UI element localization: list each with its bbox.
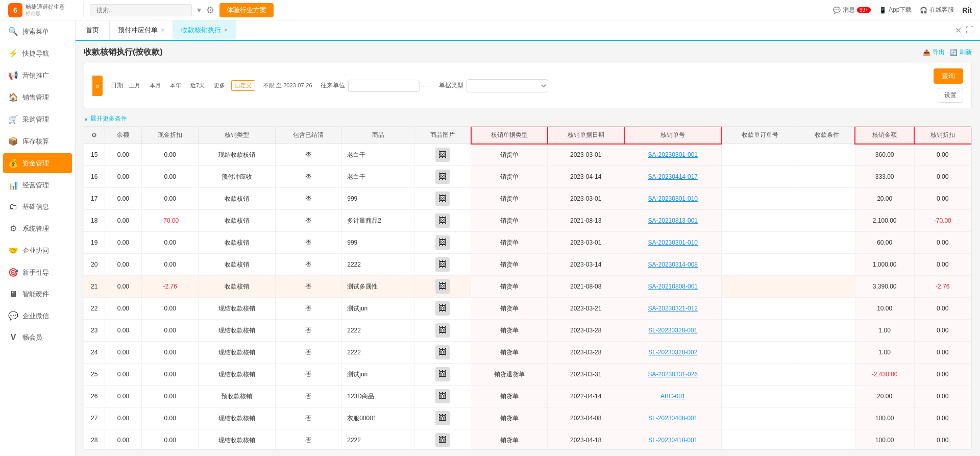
tab-close-writeoff[interactable]: × xyxy=(224,27,228,34)
cell-product-image: 🖼 xyxy=(414,166,471,188)
sidebar-item-basic-info[interactable]: 🗂 基础信息 xyxy=(0,196,75,218)
cell-writeoff-bill-no[interactable]: SA-20230314-008 xyxy=(624,254,722,276)
sidebar-item-marketing[interactable]: 📢 营销推广 xyxy=(0,64,75,86)
cell-writeoff-bill-no[interactable]: SL-20230408-001 xyxy=(624,407,722,429)
cell-writeoff-bill-no[interactable]: ABC-001 xyxy=(624,386,722,407)
bill-no-link[interactable]: SA-20230301-010 xyxy=(648,195,698,202)
cell-writeoff-bill-no[interactable]: SA-20230301-010 xyxy=(624,232,722,254)
cell-writeoff-bill-no[interactable]: SL-20230328-002 xyxy=(624,342,722,364)
bill-no-link[interactable]: ABC-001 xyxy=(660,393,685,400)
cell-writeoff-bill-type: 销货单 xyxy=(471,342,548,364)
settings-icon[interactable]: ⚙ xyxy=(206,5,214,16)
cell-writeoff-bill-no[interactable]: SA-20230331-026 xyxy=(624,364,722,386)
bill-no-link[interactable]: SL-20230418-001 xyxy=(648,437,697,444)
col-header-product-image: 商品图片 xyxy=(414,127,471,144)
col-header-cash-discount: 现金折扣 xyxy=(142,127,199,144)
settings-btn[interactable]: 设置 xyxy=(938,88,963,103)
message-item[interactable]: 💬 消息 99+ xyxy=(833,6,871,14)
sidebar-item-collab[interactable]: 🤝 企业协同 xyxy=(0,239,75,261)
cell-writeoff-bill-no[interactable]: SA-20230321-012 xyxy=(624,298,722,320)
cell-writeoff-bill-type: 销货单 xyxy=(471,407,548,429)
cell-writeoff-bill-no[interactable]: SA-20230414-017 xyxy=(624,166,722,188)
bill-no-link[interactable]: SA-20230301-001 xyxy=(648,151,698,158)
cell-writeoff-bill-date: 2023-03-28 xyxy=(548,342,624,364)
col-header-receipt-condition: 收款条件 xyxy=(798,127,855,144)
bill-no-link[interactable]: SA-20210808-001 xyxy=(648,283,698,290)
query-btn[interactable]: 查询 xyxy=(934,68,963,84)
cell-receipt-order-no xyxy=(722,320,798,342)
info-icon: 🗂 xyxy=(8,202,18,211)
bill-no-link[interactable]: SA-20230301-010 xyxy=(648,239,698,246)
member-icon: V xyxy=(8,333,18,342)
cell-writeoff-bill-no[interactable]: SL-20230328-001 xyxy=(624,320,722,342)
product-image-icon: 🖼 xyxy=(435,213,450,228)
bill-no-link[interactable]: SA-20230314-008 xyxy=(648,261,698,268)
sidebar-item-guide[interactable]: 🎯 新手引导 xyxy=(0,261,75,283)
online-service-item[interactable]: 🎧 在线客服 xyxy=(920,6,954,14)
sidebar-item-member[interactable]: V 畅会员 xyxy=(0,327,75,348)
bill-no-link[interactable]: SA-20230331-026 xyxy=(648,371,698,378)
bill-no-link[interactable]: SA-20230414-017 xyxy=(648,173,698,180)
chevron-down-icon: ∨ xyxy=(84,115,88,123)
cell-receipt-order-no xyxy=(722,144,798,166)
cell-writeoff-bill-no[interactable]: SL-20230418-001 xyxy=(624,429,722,450)
bill-no-link[interactable]: SL-20230328-001 xyxy=(648,327,697,334)
cell-receipt-condition xyxy=(798,210,855,232)
product-image-icon: 🖼 xyxy=(435,367,450,381)
sidebar-item-wechat[interactable]: 💬 企业微信 xyxy=(0,305,75,327)
bill-no-link[interactable]: SA-20230321-012 xyxy=(648,305,698,312)
table-wrapper[interactable]: ⚙ 余额 现金折扣 核销类型 包含已结清 商品 商品图片 核销单据类型 核销单据… xyxy=(84,126,972,450)
cell-cash-discount: 0.00 xyxy=(142,298,199,320)
refresh-btn[interactable]: 🔄 刷新 xyxy=(950,48,972,57)
cell-writeoff-bill-type: 销货单 xyxy=(471,276,548,298)
cell-writeoff-type: 预收款核销 xyxy=(199,386,275,407)
cell-writeoff-bill-no[interactable]: SA-20210808-001 xyxy=(624,276,722,298)
sidebar-item-system[interactable]: ⚙ 系统管理 xyxy=(0,218,75,239)
expand-icon[interactable]: ⛶ xyxy=(966,26,974,35)
page-actions: 📤 导出 🔄 刷新 xyxy=(923,48,972,57)
cell-cash-discount: 0.00 xyxy=(142,320,199,342)
date-last-month[interactable]: 上月 xyxy=(126,81,143,90)
tab-home[interactable]: 首页 xyxy=(76,20,110,40)
expand-sidebar-btn[interactable]: » xyxy=(92,76,103,96)
bill-no-link[interactable]: SL-20230408-001 xyxy=(648,415,697,422)
bill-no-link[interactable]: SA-20210813-001 xyxy=(648,217,698,224)
expand-more-btn[interactable]: ∨ 展开更多条件 xyxy=(84,114,972,123)
app-download-item[interactable]: 📱 App下载 xyxy=(879,6,912,14)
tab-prepay[interactable]: 预付冲应付单 × xyxy=(110,20,173,40)
order-type-select[interactable] xyxy=(467,79,548,92)
cell-idx: 24 xyxy=(84,342,105,364)
search-input[interactable] xyxy=(90,4,192,16)
close-icon[interactable]: ✕ xyxy=(955,26,962,35)
date-filter: 日期 上月 本月 本年 近7天 更多 自定义 xyxy=(111,80,255,91)
sidebar-item-finance[interactable]: 💰 资金管理 xyxy=(3,153,72,173)
sidebar-item-nav[interactable]: ⚡ 快捷导航 xyxy=(0,42,75,64)
sidebar-item-sales[interactable]: 🏠 销售管理 xyxy=(0,86,75,108)
tab-close-prepay[interactable]: × xyxy=(161,27,164,34)
sidebar-item-purchase[interactable]: 🛒 采购管理 xyxy=(0,108,75,130)
cell-writeoff-discount: 0.00 xyxy=(914,232,971,254)
cell-receipt-order-no xyxy=(722,429,798,450)
industry-btn[interactable]: 体验行业方案 xyxy=(219,3,274,17)
bill-no-link[interactable]: SL-20230328-002 xyxy=(648,349,697,356)
cell-writeoff-bill-no[interactable]: SA-20230301-010 xyxy=(624,188,722,210)
sidebar-item-management[interactable]: 📊 经营管理 xyxy=(0,174,75,196)
date-7days[interactable]: 近7天 xyxy=(187,81,208,90)
cell-cash-discount: 0.00 xyxy=(142,342,199,364)
user-info[interactable]: Rit xyxy=(962,6,972,14)
cell-writeoff-bill-no[interactable]: SA-20210813-001 xyxy=(624,210,722,232)
date-this-month[interactable]: 本月 xyxy=(146,81,164,90)
cell-writeoff-bill-date: 2023-04-08 xyxy=(548,407,624,429)
export-btn[interactable]: 📤 导出 xyxy=(923,48,945,57)
cell-cash-discount: 0.00 xyxy=(142,407,199,429)
sidebar-item-hardware[interactable]: 🖥 智能硬件 xyxy=(0,283,75,305)
date-this-year[interactable]: 本年 xyxy=(167,81,184,90)
date-custom[interactable]: 自定义 xyxy=(231,80,255,91)
sidebar-item-search[interactable]: 🔍 搜索菜单 xyxy=(0,20,75,42)
cell-writeoff-bill-no[interactable]: SA-20230301-001 xyxy=(624,144,722,166)
partner-input[interactable] xyxy=(348,80,420,92)
chevron-down-icon[interactable]: ▾ xyxy=(197,5,201,15)
date-more[interactable]: 更多 xyxy=(211,81,228,90)
tab-writeoff[interactable]: 收款核销执行 × xyxy=(173,20,236,41)
sidebar-item-inventory[interactable]: 📦 库存核算 xyxy=(0,130,75,152)
